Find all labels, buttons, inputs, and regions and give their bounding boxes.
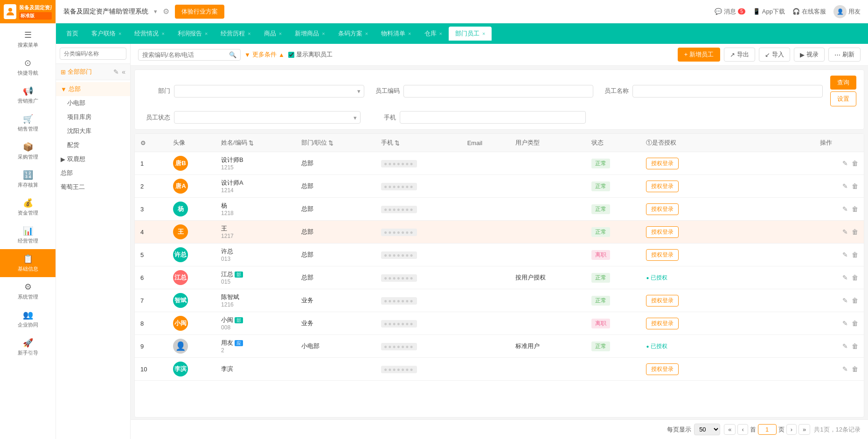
page-size-select[interactable]: 50 100: [694, 424, 720, 435]
first-page-button[interactable]: «: [724, 424, 736, 435]
tab-dept-emp[interactable]: 部门员工×: [449, 27, 492, 41]
sidebar-item-inventory[interactable]: 🔢库存核算: [0, 165, 56, 193]
dept-edit-icon[interactable]: ✎: [113, 68, 119, 76]
sidebar-item-operation[interactable]: 📊经营管理: [0, 221, 56, 249]
gear-icon[interactable]: ⚙: [163, 7, 169, 16]
dept-node-shuangmeng[interactable]: ▶ 双鹿想: [56, 152, 130, 166]
next-page-button[interactable]: ›: [786, 424, 797, 435]
authorize-button[interactable]: 授权登录: [646, 226, 679, 238]
emp-code-input[interactable]: [403, 85, 594, 98]
tab-customer[interactable]: 客户联络×: [85, 27, 128, 41]
dept-collapse-icon[interactable]: «: [122, 68, 125, 76]
edit-icon[interactable]: ✎: [842, 160, 848, 167]
authorize-button[interactable]: 授权登录: [646, 363, 679, 375]
th-settings[interactable]: ⚙: [135, 134, 167, 152]
tab-home[interactable]: 首页: [60, 27, 85, 41]
tab-goods[interactable]: 商品×: [257, 27, 288, 41]
edit-icon[interactable]: ✎: [842, 274, 848, 281]
dept-node-zongbu[interactable]: ▼ 总部: [56, 82, 130, 96]
dept-node-zongbu2[interactable]: 总部: [56, 166, 130, 180]
delete-icon[interactable]: 🗑: [852, 365, 858, 373]
tab-operation-status[interactable]: 经营情况×: [128, 27, 171, 41]
tab-material[interactable]: 物料清单×: [375, 27, 417, 41]
th-dept[interactable]: 部门/职位 ⇅: [296, 134, 376, 152]
authorize-button[interactable]: 授权登录: [646, 318, 679, 329]
delete-icon[interactable]: 🗑: [852, 160, 858, 167]
tab-business-process[interactable]: 经营历程×: [214, 27, 257, 41]
tab-warehouse[interactable]: 仓库×: [418, 27, 449, 41]
search-input[interactable]: [142, 51, 226, 58]
sidebar-item-collab[interactable]: 👥企业协同: [0, 305, 56, 333]
tab-profit-close[interactable]: ×: [205, 31, 208, 36]
dept-search-input[interactable]: [60, 48, 126, 60]
query-button[interactable]: 查询: [830, 76, 856, 90]
sidebar-item-marketing[interactable]: 📢营销推广: [0, 81, 56, 109]
delete-icon[interactable]: 🗑: [852, 320, 858, 327]
resigned-checkbox-input[interactable]: [288, 52, 294, 58]
phone-input[interactable]: [400, 111, 586, 124]
authorize-button[interactable]: 授权登录: [646, 249, 679, 261]
authorize-button[interactable]: 授权登录: [646, 203, 679, 215]
edit-icon[interactable]: ✎: [842, 342, 848, 350]
edit-icon[interactable]: ✎: [842, 228, 848, 236]
last-page-button[interactable]: »: [799, 424, 810, 435]
more-button[interactable]: ⋯ 刷新: [828, 48, 861, 62]
sidebar-item-purchase[interactable]: 📦采购管理: [0, 137, 56, 165]
tab-material-close[interactable]: ×: [408, 31, 411, 36]
tab-new-goods[interactable]: 新增商品×: [288, 27, 331, 41]
tab-barcode[interactable]: 条码方案×: [332, 27, 375, 41]
dept-select[interactable]: [174, 85, 364, 98]
view-button[interactable]: ▶ 视录: [794, 48, 825, 62]
message-item[interactable]: 💬 消息 5: [715, 7, 745, 16]
emp-name-input[interactable]: [632, 85, 823, 98]
tab-deptemp-close[interactable]: ×: [482, 31, 485, 36]
tab-barcode-close[interactable]: ×: [365, 31, 368, 36]
sidebar-item-finance[interactable]: 💰资金管理: [0, 193, 56, 221]
dept-node-putaowang[interactable]: 葡萄王二: [56, 180, 130, 194]
delete-icon[interactable]: 🗑: [852, 182, 858, 190]
tab-newgoods-close[interactable]: ×: [322, 31, 325, 36]
sidebar-item-system[interactable]: ⚙系统管理: [0, 277, 56, 305]
edit-icon[interactable]: ✎: [842, 205, 848, 213]
delete-icon[interactable]: 🗑: [852, 297, 858, 304]
tab-bp-close[interactable]: ×: [248, 31, 250, 36]
delete-icon[interactable]: 🗑: [852, 274, 858, 281]
current-page-input[interactable]: [758, 424, 777, 435]
sys-dropdown-icon[interactable]: ▾: [154, 8, 157, 15]
trial-button[interactable]: 体验行业方案: [175, 5, 224, 19]
import-button[interactable]: ↙ 导入: [759, 48, 790, 62]
tab-profit[interactable]: 利润报告×: [171, 27, 214, 41]
user-item[interactable]: 👤 用友: [833, 5, 861, 18]
sidebar-item-sales[interactable]: 🛒销售管理: [0, 109, 56, 137]
tab-goods-close[interactable]: ×: [279, 31, 282, 36]
edit-icon[interactable]: ✎: [842, 365, 848, 373]
edit-icon[interactable]: ✎: [842, 251, 848, 258]
sidebar-item-search[interactable]: ☰搜索菜单: [0, 25, 56, 53]
th-name[interactable]: 姓名/编码 ⇅: [215, 134, 296, 152]
sidebar-item-guide[interactable]: 🚀新手引导: [0, 333, 56, 361]
edit-icon[interactable]: ✎: [842, 320, 848, 327]
add-employee-button[interactable]: + 新增员工: [678, 48, 720, 62]
emp-status-select[interactable]: [174, 111, 361, 124]
app-download-item[interactable]: 📱 App下载: [753, 7, 785, 16]
tab-customer-close[interactable]: ×: [118, 31, 121, 36]
delete-icon[interactable]: 🗑: [852, 205, 858, 213]
search-icon[interactable]: 🔍: [229, 51, 236, 58]
delete-icon[interactable]: 🗑: [852, 342, 858, 350]
dept-node-peihuo[interactable]: 配货: [56, 138, 130, 152]
sidebar-item-basic[interactable]: 📋基础信息: [0, 249, 56, 277]
online-support-item[interactable]: 🎧 在线客服: [792, 7, 826, 16]
delete-icon[interactable]: 🗑: [852, 228, 858, 236]
set-button[interactable]: 设置: [830, 91, 856, 106]
prev-page-button[interactable]: ‹: [737, 424, 748, 435]
export-button[interactable]: ↗ 导出: [724, 48, 755, 62]
th-phone[interactable]: 手机 ⇅: [375, 134, 462, 152]
more-conditions[interactable]: ▼ 更多条件 ▲: [244, 50, 285, 59]
tab-op-close[interactable]: ×: [161, 31, 164, 36]
tab-warehouse-close[interactable]: ×: [439, 31, 442, 36]
edit-icon[interactable]: ✎: [842, 297, 848, 304]
authorize-button[interactable]: 授权登录: [646, 158, 679, 169]
delete-icon[interactable]: 🗑: [852, 251, 858, 258]
edit-icon[interactable]: ✎: [842, 182, 848, 190]
dept-node-xiaodian[interactable]: 小电部: [56, 96, 130, 110]
